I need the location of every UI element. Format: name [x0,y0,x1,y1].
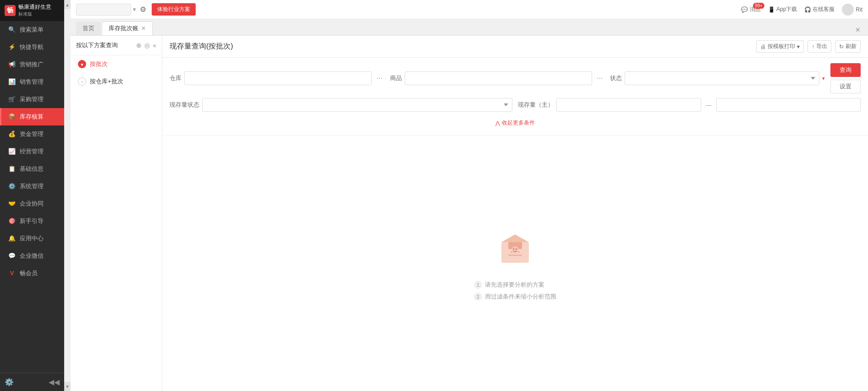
newbie-nav-icon: 🎯 [8,217,16,225]
sidebar-item-wechat[interactable]: 💬 企业微信 [0,247,64,265]
settings-footer-icon[interactable]: ⚙️ [5,378,14,386]
topbar-app-download[interactable]: 📱 App下载 [768,5,797,13]
inventory-qty-max-input[interactable] [716,98,861,112]
sidebar-item-finance[interactable]: 💰 资金管理 [0,125,64,143]
print-button[interactable]: 🖨 按模板打印 ▾ [756,40,804,53]
export-button[interactable]: ↑ 导出 [808,40,831,53]
content-area: 按以下方案查询 ⊕ ◎ « ● 按批次 ○ 按仓库+批次 现存量查询(按批次) [71,36,868,391]
settings-scheme-icon[interactable]: ◎ [144,42,150,49]
experience-button[interactable]: 体验行业方案 [152,3,196,16]
topbar-settings-icon[interactable]: ⚙ [140,5,146,14]
tab-close-all-icon[interactable]: ✕ [853,24,863,35]
scheme-item-by-batch[interactable]: ● 按批次 [71,55,162,73]
sidebar-item-label: 企业微信 [20,252,44,260]
sidebar-item-label: 资金管理 [20,130,44,138]
sidebar-item-search[interactable]: 🔍 搜索菜单 [0,21,64,38]
sidebar-item-quick[interactable]: ⚡ 快捷导航 [0,38,64,56]
filter-warehouse: 仓库 ··· [170,71,385,85]
filter-area: 仓库 ··· 商品 ··· 状态 ▾ [162,58,868,136]
sidebar-item-label: 采购管理 [20,95,44,103]
sidebar-item-inventory[interactable]: 📦 库存核算 [0,108,64,125]
app-download-icon: 📱 [768,6,775,13]
user-name: Rit [856,6,863,13]
user-avatar [842,4,854,16]
tip-num-1: 1 [474,281,482,289]
service-icon: 🎧 [804,6,811,13]
collapse-more-btn[interactable]: ⋀ 收起更多条件 [170,116,861,130]
sidebar-item-vip[interactable]: V 畅会员 [0,265,64,282]
topbar-dropdown-icon[interactable]: ▾ [133,6,136,13]
sidebar-item-marketing[interactable]: 📢 营销推广 [0,56,64,73]
column-settings-button[interactable]: 设置 [830,80,861,93]
marketing-nav-icon: 📢 [8,60,16,69]
refresh-button[interactable]: ↻ 刷新 [835,40,861,53]
sidebar-item-newbie[interactable]: 🎯 新手引导 [0,212,64,230]
message-badge: 99+ [753,3,764,9]
print-icon: 🖨 [760,43,766,50]
apps-nav-icon: 🔔 [8,234,16,243]
scheme-icon-red: ● [78,60,86,68]
tab-batch-close-icon[interactable]: ✕ [141,25,146,32]
left-panel-title: 按以下方案查询 [76,41,118,49]
add-scheme-icon[interactable]: ⊕ [136,42,142,49]
left-panel-actions: ⊕ ◎ « [136,42,156,49]
warehouse-filter-more-icon[interactable]: ··· [374,74,384,82]
goods-filter-input[interactable] [405,71,592,85]
sidebar-item-sales[interactable]: 📊 销售管理 [0,73,64,91]
page-header: 现存量查询(按批次) 🖨 按模板打印 ▾ ↑ 导出 ↻ 刷新 [162,36,868,58]
sidebar-item-enterprise[interactable]: 🤝 企业协同 [0,195,64,212]
goods-filter-more-icon[interactable]: ··· [595,74,604,82]
left-panel-header: 按以下方案查询 ⊕ ◎ « [71,36,162,55]
svg-rect-4 [508,255,522,256]
sidebar-item-purchase[interactable]: 🛒 采购管理 [0,91,64,108]
scheme-item-by-warehouse-batch[interactable]: ○ 按仓库+批次 [71,73,162,90]
empty-illustration [492,226,538,273]
tabbar: 首页 库存批次账 ✕ ✕ [71,19,868,36]
filter-status: 状态 ▾ [610,71,825,85]
sidebar-item-operations[interactable]: 📈 经营管理 [0,143,64,160]
tab-batch[interactable]: 库存批次账 ✕ [102,22,153,35]
status-filter-expand-icon[interactable]: ▾ [822,76,825,81]
page-actions: 🖨 按模板打印 ▾ ↑ 导出 ↻ 刷新 [756,40,861,53]
status-filter-select[interactable] [625,71,819,85]
filter-row-1: 仓库 ··· 商品 ··· 状态 ▾ [170,63,861,93]
sidebar-item-system[interactable]: ⚙️ 系统管理 [0,178,64,195]
goods-filter-label: 商品 [390,74,402,82]
qty-range-dash: — [704,102,714,109]
scroll-down-button[interactable]: ▼ [64,382,71,391]
scheme-label-by-warehouse-batch: 按仓库+批次 [90,77,123,86]
sidebar-item-label: 企业协同 [20,200,44,208]
warehouse-filter-input[interactable] [184,71,372,85]
export-icon: ↑ [812,43,814,50]
topbar-search-input[interactable] [76,4,131,16]
collapse-sidebar-icon[interactable]: ◀◀ [49,378,60,386]
app-subtitle: 标准版 [18,11,51,17]
sidebar-scrollbar: ▲ ▼ [64,0,71,391]
sidebar-nav: 🔍 搜索菜单 ⚡ 快捷导航 📢 营销推广 📊 销售管理 🛒 采购管理 📦 库存核… [0,21,64,373]
sidebar-item-label: 经营管理 [20,147,44,156]
operations-nav-icon: 📈 [8,147,16,156]
sidebar-item-label: 畅会员 [20,269,38,277]
scroll-up-button[interactable]: ▲ [64,0,71,9]
app-title: 畅康通好生意 [18,4,51,11]
inventory-qty-min-input[interactable] [556,98,701,112]
sidebar-item-apps[interactable]: 🔔 应用中心 [0,230,64,247]
sidebar-item-label: 搜索菜单 [20,26,44,34]
query-button[interactable]: 查询 [830,63,861,77]
empty-tip-2: 2 用过滤条件来缩小分析范围 [474,293,556,301]
sidebar-item-basic[interactable]: 📋 基础信息 [0,160,64,178]
topbar-online-service[interactable]: 🎧 在线客服 [804,5,835,13]
print-label: 按模板打印 [768,43,795,50]
topbar-user[interactable]: Rit [842,4,863,16]
finance-nav-icon: 💰 [8,130,16,138]
inventory-nav-icon: 📦 [8,113,16,121]
inventory-status-select[interactable] [202,98,512,112]
basic-nav-icon: 📋 [8,165,16,173]
svg-marker-1 [501,234,529,242]
wechat-nav-icon: 💬 [8,252,16,260]
purchase-nav-icon: 🛒 [8,95,16,103]
topbar-message[interactable]: 💬 消息 99+ [741,5,761,13]
collapse-panel-icon[interactable]: « [153,42,156,49]
export-label: 导出 [816,43,827,50]
tab-home[interactable]: 首页 [76,22,101,35]
